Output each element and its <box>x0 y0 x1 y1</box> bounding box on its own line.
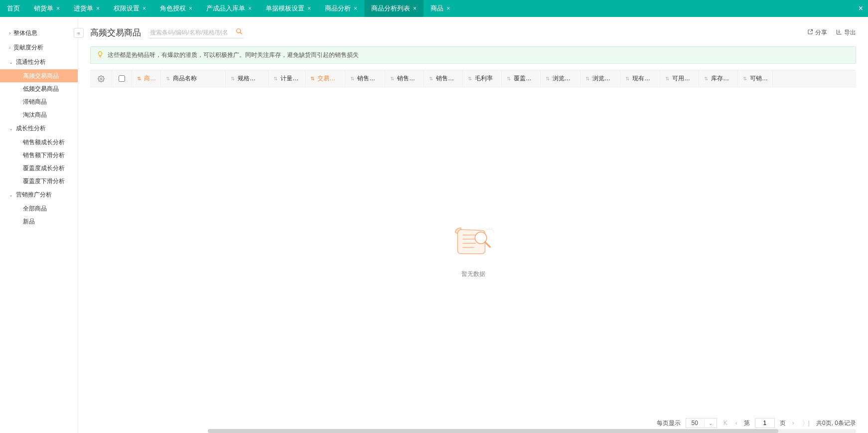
search-icon[interactable] <box>236 28 243 36</box>
close-icon[interactable]: × <box>307 5 311 12</box>
tab-label: 首页 <box>7 4 20 13</box>
sidebar-group-整体信息[interactable]: ›整体信息 <box>0 26 78 40</box>
close-icon[interactable]: × <box>56 5 60 12</box>
bulb-icon <box>97 51 104 59</box>
sidebar-group-label: 贡献度分析 <box>13 43 43 52</box>
chevron-icon: › <box>9 30 10 36</box>
prev-page-button[interactable]: ‹ <box>734 420 739 427</box>
sidebar-item-销售额成长分析[interactable]: 销售额成长分析 <box>0 136 78 149</box>
sidebar-group-贡献度分析[interactable]: ›贡献度分析 <box>0 40 78 55</box>
export-label: 导出 <box>844 28 856 37</box>
close-icon[interactable]: × <box>189 5 192 12</box>
horizontal-scrollbar[interactable] <box>208 429 856 433</box>
search-input[interactable] <box>149 27 244 38</box>
sidebar-group-label: 营销推广分析 <box>16 191 52 199</box>
sidebar-group-label: 流通性分析 <box>16 58 46 66</box>
tab-label: 角色授权 <box>160 4 186 13</box>
tab-商品分析[interactable]: 商品分析× <box>318 0 364 17</box>
tab-label: 销货单 <box>34 4 53 13</box>
tab-label: 产成品入库单 <box>206 4 245 13</box>
chevron-icon: › <box>9 45 10 50</box>
close-all-tabs[interactable]: × <box>859 0 863 17</box>
share-label: 分享 <box>815 28 827 37</box>
empty-text: 暂无数据 <box>461 270 485 278</box>
tab-label: 单据模板设置 <box>266 4 304 13</box>
top-tab-bar: 首页销货单×进货单×权限设置×角色授权×产成品入库单×单据模板设置×商品分析×商… <box>0 0 868 17</box>
sidebar-group-成长性分析[interactable]: ⌄成长性分析 <box>0 121 78 136</box>
pagination: 每页显示 50 ⌄ K ‹ 第 页 › 〉| 共0页, 0条记录 <box>657 418 856 428</box>
per-page-label: 每页显示 <box>657 419 681 428</box>
search-box <box>149 27 244 38</box>
sidebar-item-低频交易商品[interactable]: 低频交易商品 <box>0 82 78 95</box>
chevron-icon: ⌄ <box>9 192 13 198</box>
sidebar-item-淘汰商品[interactable]: 淘汰商品 <box>0 108 78 121</box>
chevron-down-icon: ⌄ <box>704 420 717 427</box>
svg-line-1 <box>240 32 242 34</box>
export-button[interactable]: 导出 <box>836 28 856 37</box>
sidebar-group-label: 整体信息 <box>13 29 37 37</box>
close-icon[interactable]: × <box>143 5 146 12</box>
svg-line-8 <box>485 242 490 247</box>
svg-point-0 <box>237 29 241 33</box>
scrollbar-thumb[interactable] <box>208 429 778 433</box>
page-input[interactable] <box>755 418 775 428</box>
sidebar-group-营销推广分析[interactable]: ⌄营销推广分析 <box>0 188 78 202</box>
page-title: 高频交易商品 <box>90 27 141 38</box>
sidebar-item-全部商品[interactable]: 全部商品 <box>0 202 78 215</box>
page-header: 高频交易商品 分享 导出 <box>78 17 868 43</box>
tab-进货单[interactable]: 进货单× <box>67 0 107 17</box>
page-suffix: 页 <box>780 419 786 428</box>
tab-商品分析列表[interactable]: 商品分析列表× <box>364 0 424 17</box>
tab-label: 商品分析列表 <box>371 4 410 13</box>
first-page-button[interactable]: K <box>722 420 729 427</box>
close-icon[interactable]: × <box>248 5 252 12</box>
empty-illustration <box>448 215 498 265</box>
page-prefix: 第 <box>744 419 750 428</box>
total-text: 共0页, 0条记录 <box>816 419 856 428</box>
last-page-button[interactable]: 〉| <box>801 419 811 428</box>
close-icon[interactable]: × <box>96 5 100 12</box>
sidebar-item-高频交易商品[interactable]: 高频交易商品 <box>0 69 78 82</box>
tab-角色授权[interactable]: 角色授权× <box>153 0 199 17</box>
sidebar-item-销售额下滑分析[interactable]: 销售额下滑分析 <box>0 149 78 162</box>
sidebar-item-覆盖度下滑分析[interactable]: 覆盖度下滑分析 <box>0 175 78 188</box>
close-icon[interactable]: × <box>354 5 357 12</box>
sidebar-group-流通性分析[interactable]: ⌄流通性分析 <box>0 55 78 69</box>
next-page-button[interactable]: › <box>791 420 796 427</box>
per-page-select[interactable]: 50 ⌄ <box>686 418 717 428</box>
share-button[interactable]: 分享 <box>807 28 827 37</box>
banner-text: 这些都是热销品呀，有爆款的潜质，可以积极推广。同时关注库存，避免缺货而引起的销售… <box>108 51 359 59</box>
tab-label: 进货单 <box>74 4 93 13</box>
tab-产成品入库单[interactable]: 产成品入库单× <box>199 0 259 17</box>
export-icon <box>836 29 842 36</box>
empty-state: 暂无数据 <box>78 67 868 426</box>
info-banner: 这些都是热销品呀，有爆款的潜质，可以积极推广。同时关注库存，避免缺货而引起的销售… <box>90 46 856 64</box>
close-icon[interactable]: × <box>446 5 450 12</box>
sidebar-item-滞销商品[interactable]: 滞销商品 <box>0 95 78 108</box>
chevron-icon: ⌄ <box>9 126 13 131</box>
sidebar-group-label: 成长性分析 <box>16 124 46 133</box>
sidebar: « ›整体信息›贡献度分析⌄流通性分析高频交易商品低频交易商品滞销商品淘汰商品⌄… <box>0 17 78 433</box>
close-icon[interactable]: × <box>413 5 417 12</box>
per-page-value: 50 <box>686 419 704 428</box>
chevron-icon: ⌄ <box>9 59 13 65</box>
tab-label: 商品 <box>431 4 443 13</box>
sidebar-item-新品[interactable]: 新品 <box>0 215 78 228</box>
share-icon <box>807 29 813 36</box>
sidebar-item-覆盖度成长分析[interactable]: 覆盖度成长分析 <box>0 162 78 175</box>
tab-label: 商品分析 <box>325 4 351 13</box>
tab-销货单[interactable]: 销货单× <box>27 0 67 17</box>
tab-label: 权限设置 <box>114 4 140 13</box>
main-panel: 高频交易商品 分享 导出 <box>78 17 868 433</box>
tab-权限设置[interactable]: 权限设置× <box>107 0 153 17</box>
tab-首页[interactable]: 首页 <box>0 0 27 17</box>
tab-商品[interactable]: 商品× <box>424 0 457 17</box>
tab-单据模板设置[interactable]: 单据模板设置× <box>259 0 318 17</box>
